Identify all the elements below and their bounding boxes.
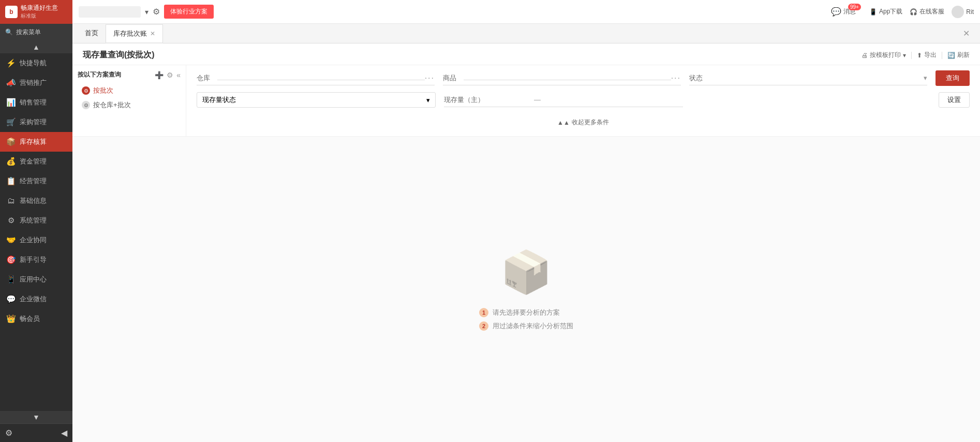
sidebar-item-finance[interactable]: 💰 资金管理 <box>0 152 72 171</box>
empty-icon: 📦 <box>500 248 552 300</box>
user-avatar <box>952 6 964 18</box>
tab-inventory-batch[interactable]: 库存批次账 ✕ <box>106 24 163 43</box>
topbar-online-service[interactable]: 🎧 在线客服 <box>910 7 944 16</box>
basic-icon: 🗂 <box>6 196 16 205</box>
message-badge: 99+ <box>848 4 861 10</box>
topbar-msg[interactable]: 💬 消息 99+ <box>831 7 856 17</box>
goods-control: 商品 ··· <box>443 71 681 85</box>
export-icon: ⬆ <box>917 52 922 59</box>
filter-fields: 仓库 ··· 商品 ··· <box>186 65 980 136</box>
tab-area-close-btn[interactable]: ✕ <box>958 28 975 38</box>
sidebar-header: b 畅康通好生意 标准版 <box>0 0 72 24</box>
sidebar-item-marketing[interactable]: 📣 营销推广 <box>0 73 72 93</box>
operation-icon: 📋 <box>6 176 16 186</box>
print-dropdown-icon: ▾ <box>903 52 906 59</box>
topbar-right: 💬 消息 99+ 📱 App下载 🎧 在线客服 Rit <box>831 6 974 18</box>
topbar: ▾ ⚙ 体验行业方案 💬 消息 99+ 📱 App下载 🎧 在线客服 Rit <box>72 0 980 24</box>
sidebar-item-system[interactable]: ⚙ 系统管理 <box>0 211 72 230</box>
inventory-qty-label: 现存量（主） <box>444 95 484 105</box>
export-btn[interactable]: ⬆ 导出 <box>917 51 937 60</box>
page-actions: 🖨 按模板打印 ▾ ⬆ 导出 🔄 刷新 <box>862 51 970 60</box>
page-content: 现存量查询(按批次) 🖨 按模板打印 ▾ ⬆ 导出 🔄 <box>72 43 980 442</box>
scroll-up-btn[interactable]: ▲ <box>0 41 72 53</box>
tip-num-2: 2 <box>479 321 488 331</box>
inventory-qty-field: 现存量（主） — <box>444 93 683 107</box>
topbar-settings-btn[interactable]: ⚙ <box>153 7 160 17</box>
actions-divider-1 <box>911 52 912 59</box>
inventory-qty-to-input[interactable] <box>545 96 586 104</box>
service-icon: 🎧 <box>910 8 917 16</box>
empty-state: 📦 1 请先选择要分析的方案 2 用过滤条件来缩小分析范围 <box>72 137 980 442</box>
sidebar-item-basic[interactable]: 🗂 基础信息 <box>0 191 72 211</box>
topbar-left: ▾ ⚙ 体验行业方案 <box>79 5 826 19</box>
sidebar-footer: ⚙ ◀ <box>0 423 72 442</box>
scheme-add-btn[interactable]: ➕ <box>155 71 164 79</box>
inventory-status-select[interactable]: 现存量状态 ▾ <box>197 92 436 108</box>
status-label: 状态 <box>689 73 705 83</box>
sidebar-item-operation[interactable]: 📋 经营管理 <box>0 171 72 191</box>
settings-btn[interactable]: 设置 <box>939 92 970 108</box>
content-area: 首页 库存批次账 ✕ ✕ 现存量查询(按批次) 🖨 按模板打印 ▾ <box>72 24 980 442</box>
sidebar-item-member[interactable]: 👑 畅会员 <box>0 309 72 329</box>
sidebar-item-quick-nav[interactable]: ⚡ 快捷导航 <box>0 53 72 73</box>
topbar-dropdown-btn[interactable]: ▾ <box>145 8 149 16</box>
scheme-settings-icon: ⚙ <box>167 71 173 79</box>
scheme-batch[interactable]: ⚙ 按批次 <box>78 83 181 98</box>
tabs-bar: 首页 库存批次账 ✕ ✕ <box>72 24 980 43</box>
scheme-warehouse-icon: ⚙ <box>82 101 90 109</box>
sidebar-item-app-center[interactable]: 📱 应用中心 <box>0 270 72 289</box>
system-icon: ⚙ <box>6 216 16 225</box>
sidebar-item-sales[interactable]: 📊 销售管理 <box>0 93 72 112</box>
goods-field: 商品 ··· <box>443 71 681 85</box>
warehouse-label: 仓库 <box>197 73 212 83</box>
scheme-warehouse-batch[interactable]: ⚙ 按仓库+批次 <box>78 98 181 112</box>
finance-icon: 💰 <box>6 157 16 166</box>
experience-btn[interactable]: 体验行业方案 <box>164 5 214 19</box>
app-logo: b <box>5 6 18 18</box>
footer-settings-icon[interactable]: ⚙ <box>5 428 12 438</box>
sidebar-item-enterprise[interactable]: 🤝 企业协同 <box>0 230 72 250</box>
refresh-btn[interactable]: 🔄 刷新 <box>947 51 970 60</box>
warehouse-field: 仓库 ··· <box>197 71 435 85</box>
search-menu[interactable]: 🔍 搜索菜单 <box>0 24 72 41</box>
add-scheme-icon: ➕ <box>155 71 164 79</box>
inventory-qty-from-input[interactable] <box>488 96 530 104</box>
inventory-icon: 📦 <box>6 137 16 146</box>
sidebar-nav: ⚡ 快捷导航 📣 营销推广 📊 销售管理 🛒 采购管理 📦 库存核算 💰 资金管… <box>0 53 72 411</box>
sidebar-item-guide[interactable]: 🎯 新手引导 <box>0 250 72 270</box>
footer-collapse-icon[interactable]: ◀ <box>61 428 67 438</box>
scheme-collapse-btn[interactable]: « <box>176 71 181 79</box>
scheme-settings-btn[interactable]: ⚙ <box>167 71 173 79</box>
app-name: 畅康通好生意 <box>21 4 58 12</box>
guide-icon: 🎯 <box>6 255 16 264</box>
range-separator: — <box>534 96 541 104</box>
scheme-batch-icon: ⚙ <box>82 86 90 95</box>
tab-close-btn[interactable]: ✕ <box>150 30 155 37</box>
app-version: 标准版 <box>21 12 58 20</box>
query-btn[interactable]: 查询 <box>936 70 970 86</box>
scheme-actions: ➕ ⚙ « <box>155 71 181 79</box>
tab-home[interactable]: 首页 <box>78 24 106 43</box>
print-btn[interactable]: 🖨 按模板打印 ▾ <box>862 51 906 60</box>
sidebar-item-wechat[interactable]: 💬 企业微信 <box>0 289 72 309</box>
warehouse-expand-icon[interactable]: ··· <box>425 73 435 83</box>
goods-label: 商品 <box>443 73 458 83</box>
message-icon: 💬 <box>831 7 841 17</box>
scroll-down-btn[interactable]: ▼ <box>0 411 72 423</box>
sidebar-item-inventory[interactable]: 📦 库存核算 <box>0 132 72 152</box>
enterprise-icon: 🤝 <box>6 235 16 245</box>
collapse-more-btn[interactable]: ▲▲ 收起更多条件 <box>197 114 970 131</box>
warehouse-control: 仓库 ··· <box>197 71 435 85</box>
print-icon: 🖨 <box>862 52 868 59</box>
status-dropdown-icon[interactable]: ▾ <box>924 74 927 82</box>
filter-row-2: 现存量状态 ▾ 现存量（主） — <box>197 92 970 108</box>
goods-expand-icon[interactable]: ··· <box>671 73 681 83</box>
topbar-app-download[interactable]: 📱 App下载 <box>869 7 902 16</box>
topbar-search-input[interactable] <box>79 6 141 18</box>
topbar-user[interactable]: Rit <box>952 6 974 18</box>
sidebar-item-purchase[interactable]: 🛒 采购管理 <box>0 112 72 132</box>
filter-scheme-panel: 按以下方案查询 ➕ ⚙ « <box>72 65 186 136</box>
empty-tip-2: 2 用过滤条件来缩小分析范围 <box>479 321 573 331</box>
page-title: 现存量查询(按批次) <box>83 50 155 61</box>
actions-divider-2 <box>942 52 942 59</box>
